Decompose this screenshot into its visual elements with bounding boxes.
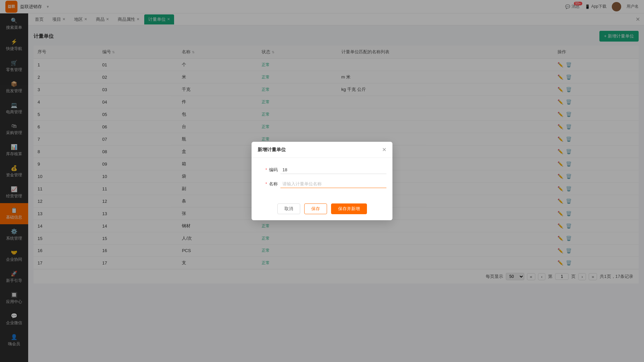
add-unit-modal: 新增计量单位 ✕ * 编码 * 名称 取消 保存 保存并新增 xyxy=(252,142,392,220)
name-form-row: * 名称 xyxy=(258,180,386,188)
modal-header: 新增计量单位 ✕ xyxy=(252,142,392,158)
name-input[interactable] xyxy=(280,180,386,188)
modal-overlay[interactable]: 新增计量单位 ✕ * 编码 * 名称 取消 保存 保存并新增 xyxy=(0,0,644,362)
modal-body: * 编码 * 名称 xyxy=(252,158,392,199)
save-button[interactable]: 保存 xyxy=(304,203,327,214)
code-form-row: * 编码 xyxy=(258,166,386,174)
modal-title: 新增计量单位 xyxy=(258,147,286,153)
modal-footer: 取消 保存 保存并新增 xyxy=(252,199,392,220)
save-and-new-button[interactable]: 保存并新增 xyxy=(331,203,367,214)
cancel-button[interactable]: 取消 xyxy=(277,203,300,214)
modal-close-button[interactable]: ✕ xyxy=(382,146,386,153)
code-input[interactable] xyxy=(280,166,386,174)
name-required: * xyxy=(265,181,267,186)
code-required: * xyxy=(265,167,267,172)
code-label: * 编码 xyxy=(258,167,278,173)
name-label: * 名称 xyxy=(258,181,278,187)
